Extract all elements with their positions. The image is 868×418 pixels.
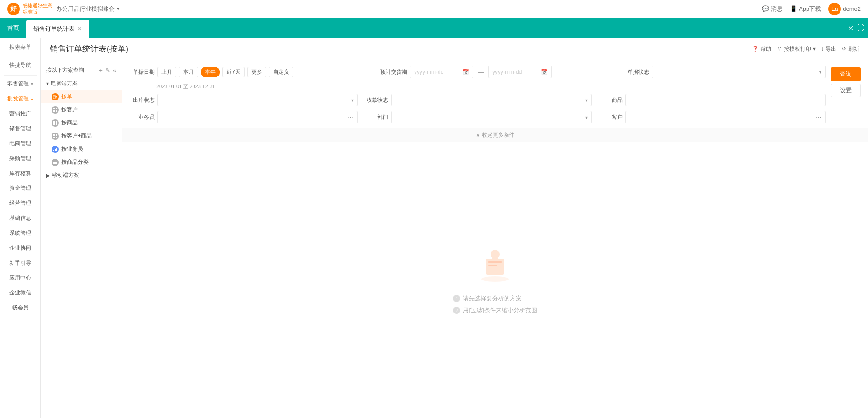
customer-group: 客户 ··· xyxy=(597,111,826,124)
tab-close-window-icon[interactable]: ✕ xyxy=(848,24,854,33)
app-selector[interactable]: 办公用品行业模拟账套 ▾ xyxy=(56,5,120,13)
expected-date-to[interactable]: yyyy-mm-dd 📅 xyxy=(488,66,552,78)
expected-date-label: 预计交货期 xyxy=(377,68,407,76)
scheme-item-by-category[interactable]: 按商品分类 xyxy=(41,156,122,169)
date-range-display: 2023-01-01 至 2023-12-31 xyxy=(129,83,826,94)
dept-select[interactable]: ▾ xyxy=(391,111,591,124)
sidebar-item-system[interactable]: 系统管理 xyxy=(0,226,40,241)
export-btn[interactable]: ↓ 导出 xyxy=(821,45,836,53)
hint-num-2: 2 xyxy=(453,307,460,314)
search-menu-label[interactable]: 搜索菜单 xyxy=(4,42,37,53)
tab-fullscreen-icon[interactable]: ⛶ xyxy=(857,24,864,32)
right-panel: 单据日期 上月 本月 本年 近7天 更多 自定义 xyxy=(122,60,868,418)
customer-more-icon[interactable]: ··· xyxy=(816,113,821,121)
scheme-edit-icon[interactable]: ✎ xyxy=(105,67,110,74)
sidebar-item-basic[interactable]: 基础信息 xyxy=(0,211,40,226)
user-menu[interactable]: Ea demo2 xyxy=(828,3,861,15)
scheme-group-mobile-title[interactable]: ▶ 移动端方案 xyxy=(41,169,122,182)
logo-icon: 好 xyxy=(7,3,20,15)
retail-arrow-icon: ▾ xyxy=(31,81,33,86)
svg-rect-10 xyxy=(53,137,55,138)
sidebar-item-ecommerce[interactable]: 电商管理 xyxy=(0,136,40,151)
scheme-group-pc-title[interactable]: ▾ 电脑端方案 xyxy=(41,77,122,90)
date-btn-more[interactable]: 更多 xyxy=(247,67,266,77)
out-status-group: 出库状态 ▾ xyxy=(129,94,358,106)
svg-rect-13 xyxy=(55,149,56,151)
sidebar-item-newbie[interactable]: 新手引导 xyxy=(0,256,40,271)
goods-select[interactable]: ··· xyxy=(625,94,826,106)
collapse-bar[interactable]: ∧ 收起更多条件 xyxy=(122,128,868,142)
tab-sales-order[interactable]: 销售订单统计表 ✕ xyxy=(26,20,89,38)
sidebar-item-operations[interactable]: 经营管理 xyxy=(0,196,40,211)
payment-status-arrow-icon: ▾ xyxy=(585,98,588,103)
scheme-item-icon-customer xyxy=(52,106,59,114)
salesman-more-icon[interactable]: ··· xyxy=(348,113,354,121)
scheme-item-by-customer-goods[interactable]: 按客户+商品 xyxy=(41,129,122,142)
sidebar-item-inventory[interactable]: 库存核算 xyxy=(0,166,40,181)
customer-select[interactable]: ··· xyxy=(625,111,826,124)
help-btn[interactable]: ❓ 帮助 xyxy=(752,45,771,53)
tab-home[interactable]: 首页 xyxy=(0,18,26,38)
sidebar-item-retail[interactable]: 零售管理 ▾ xyxy=(0,76,40,91)
template-print-btn[interactable]: 🖨 按模板打印 ▾ xyxy=(777,45,816,53)
sidebar-item-purchase[interactable]: 采购管理 xyxy=(0,151,40,166)
filter-row-3: 业务员 ··· 部门 xyxy=(129,111,826,124)
payment-status-group: 收款状态 ▾ xyxy=(363,94,591,106)
date-btn-this-month[interactable]: 本月 xyxy=(179,67,198,77)
refresh-btn[interactable]: ↺ 刷新 xyxy=(842,45,859,53)
calendar-icon-from: 📅 xyxy=(462,69,469,75)
action-buttons: 查询 设置 xyxy=(831,66,861,97)
app-download-btn[interactable]: 📱 App下载 xyxy=(790,5,821,13)
scheme-item-by-order[interactable]: 按 按单 xyxy=(41,90,122,103)
filter-wrapper: 单据日期 上月 本月 本年 近7天 更多 自定义 xyxy=(122,60,868,142)
date-btn-last-month[interactable]: 上月 xyxy=(157,67,176,77)
setting-button[interactable]: 设置 xyxy=(831,84,861,97)
filter-row-2: 出库状态 ▾ 收款状态 xyxy=(129,94,826,106)
salesman-label: 业务员 xyxy=(129,114,155,121)
svg-rect-11 xyxy=(56,137,57,138)
svg-rect-12 xyxy=(53,150,54,151)
page-title: 销售订单统计表(按单) xyxy=(50,43,128,60)
expected-date-from[interactable]: yyyy-mm-dd 📅 xyxy=(410,66,473,78)
scheme-item-by-salesman[interactable]: 按业务员 xyxy=(41,142,122,156)
salesman-group: 业务员 ··· xyxy=(129,111,358,124)
tab-close-icon[interactable]: ✕ xyxy=(77,26,82,32)
export-icon: ↓ xyxy=(821,46,824,52)
sidebar-item-marketing[interactable]: 营销推广 xyxy=(0,106,40,121)
sidebar-item-finance[interactable]: 资金管理 xyxy=(0,181,40,196)
sidebar-item-wechat[interactable]: 企业微信 xyxy=(0,285,40,300)
svg-rect-7 xyxy=(56,124,57,125)
sidebar-item-sales[interactable]: 销售管理 xyxy=(0,121,40,136)
sidebar-quick-nav[interactable]: 快捷导航 xyxy=(0,57,40,74)
message-btn[interactable]: 💬 消息 xyxy=(762,5,783,13)
sidebar-item-appstore[interactable]: 应用中心 xyxy=(0,271,40,285)
date-btn-custom[interactable]: 自定义 xyxy=(269,67,293,77)
date-btn-this-year[interactable]: 本年 xyxy=(201,67,220,77)
date-btn-7days[interactable]: 近7天 xyxy=(222,67,245,77)
scheme-add-icon[interactable]: + xyxy=(99,67,103,74)
hint-num-1: 1 xyxy=(453,295,460,302)
sidebar-item-corp[interactable]: 企业协同 xyxy=(0,241,40,256)
scheme-collapse-icon[interactable]: « xyxy=(113,67,116,74)
scheme-item-by-customer[interactable]: 按客户 xyxy=(41,103,122,116)
empty-illustration xyxy=(475,245,515,287)
salesman-select[interactable]: ··· xyxy=(157,111,358,124)
goods-group: 商品 ··· xyxy=(597,94,826,106)
scheme-group-pc: ▾ 电脑端方案 按 按单 按客户 xyxy=(41,77,122,169)
quick-nav-label[interactable]: 快捷导航 xyxy=(0,59,40,72)
sidebar-item-member[interactable]: 畅会员 xyxy=(0,300,40,315)
goods-label: 商品 xyxy=(597,96,623,104)
sidebar-search[interactable]: 搜索菜单 xyxy=(0,38,40,57)
query-button[interactable]: 查询 xyxy=(831,67,861,81)
scheme-item-icon-salesman xyxy=(52,146,59,153)
order-status-select[interactable]: ▾ xyxy=(652,66,826,78)
goods-more-icon[interactable]: ··· xyxy=(816,96,821,104)
scheme-item-by-goods[interactable]: 按商品 xyxy=(41,116,122,129)
svg-rect-3 xyxy=(56,110,57,112)
payment-status-select[interactable]: ▾ xyxy=(391,94,591,106)
out-status-select[interactable]: ▾ xyxy=(157,94,358,106)
refresh-icon: ↺ xyxy=(842,46,846,52)
top-bar-left: 好 畅捷通好生意 标准版 办公用品行业模拟账套 ▾ xyxy=(7,3,120,15)
sidebar-item-wholesale[interactable]: 批发管理 ▴ xyxy=(0,91,40,106)
order-status-label: 单据状态 xyxy=(624,68,649,76)
